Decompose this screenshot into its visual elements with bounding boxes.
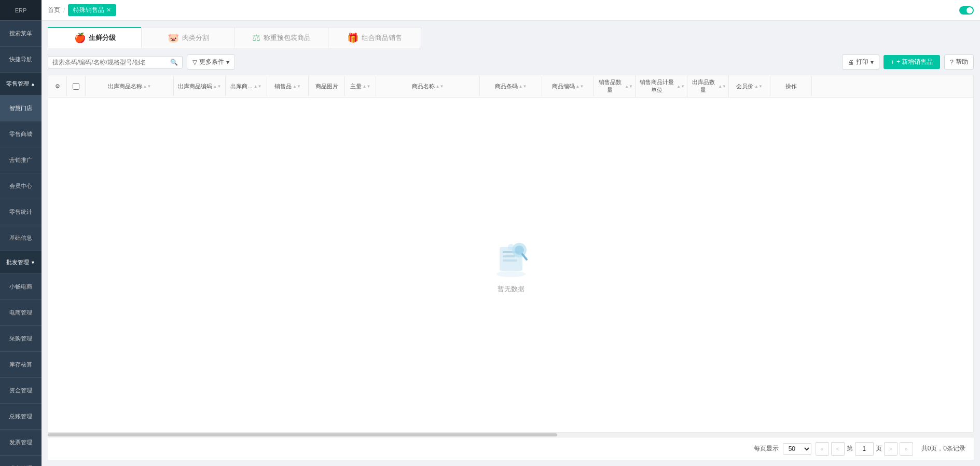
th-ops: 操作 (770, 76, 812, 96)
tab-fresh-grade[interactable]: 🍎 生鲜分级 (48, 27, 141, 48)
chevron-down-icon: ▾ (871, 59, 874, 66)
sort-icon[interactable]: ▲▼ (213, 84, 222, 89)
sidebar-item-label: 搜索菜单 (9, 30, 32, 37)
tab-meat-cut[interactable]: 🐷 肉类分割 (141, 27, 234, 48)
th-sku: 商品编码 ▲▼ (542, 76, 594, 96)
search-box[interactable]: 🔍 (48, 56, 183, 68)
breadcrumb: 首页 / 特殊销售品 ✕ (48, 4, 116, 16)
sidebar-item-gl[interactable]: 总账管理 (0, 404, 42, 430)
empty-text: 暂无数据 (498, 284, 524, 294)
sidebar-item-marketing[interactable]: 营销推广 (0, 147, 42, 173)
sidebar-section-label-text: 批发管理 (6, 258, 29, 266)
close-icon[interactable]: ✕ (106, 7, 111, 13)
breadcrumb-home[interactable]: 首页 (48, 6, 60, 15)
tab-scale-pkg[interactable]: ⚖ 称重预包装商品 (234, 27, 328, 48)
page-size-select[interactable]: 50 10 20 100 (783, 443, 811, 455)
sidebar-item-inventory[interactable]: 库存核算 (0, 352, 42, 378)
sidebar-item-invoice[interactable]: 发票管理 (0, 430, 42, 456)
sidebar-item-retail-mall[interactable]: 零售商城 (0, 121, 42, 147)
sidebar-item-ecom-mgmt[interactable]: 电商管理 (0, 300, 42, 326)
main-content: 首页 / 特殊销售品 ✕ 🍎 生鲜分级 🐷 肉类分割 ⚖ 称重预包装商品 (42, 0, 980, 466)
th-sale-unit: 销售商品计量单位 ▲▼ (636, 75, 687, 97)
help-button[interactable]: ? 帮助 (944, 54, 974, 70)
print-label: 打印 (856, 58, 868, 66)
scrollbar-thumb[interactable] (48, 433, 557, 436)
new-item-button[interactable]: + + 新增销售品 (884, 55, 940, 69)
question-icon: ? (950, 59, 954, 66)
sidebar-item-label: 资金管理 (9, 387, 32, 394)
sidebar-item-label: 基础信息 (9, 234, 32, 242)
settings-icon: ⚙ (55, 83, 60, 90)
sidebar-item-search-menu[interactable]: 搜索菜单 (0, 21, 42, 47)
toggle-switch[interactable] (959, 6, 974, 15)
sidebar-item-label: 采购管理 (9, 335, 32, 342)
sidebar-item-label: 零售统计 (9, 208, 32, 216)
filter-button[interactable]: ▽ 更多条件 ▾ (187, 54, 235, 70)
scale-icon: ⚖ (252, 32, 260, 44)
th-weight: 主量 ▲▼ (345, 76, 376, 96)
horizontal-scrollbar[interactable] (48, 433, 974, 437)
sidebar-item-purchase[interactable]: 采购管理 (0, 326, 42, 352)
th-name: 商品名称 ▲▼ (376, 76, 480, 96)
print-button[interactable]: 🖨 打印 ▾ (842, 54, 879, 70)
sidebar-item-mini-ecom[interactable]: 小畅电商 (0, 274, 42, 300)
page-label: 第 (847, 444, 853, 453)
svg-point-8 (508, 244, 514, 250)
sidebar-section-wholesale[interactable]: 批发管理 ▼ (0, 251, 42, 274)
sort-icon[interactable]: ▲▼ (254, 84, 262, 89)
tab-label: 称重预包装商品 (264, 33, 311, 43)
chevron-down-icon: ▲ (31, 81, 35, 87)
th-image: 商品图片 (309, 76, 345, 96)
sort-icon[interactable]: ▲▼ (363, 84, 371, 89)
sort-icon[interactable]: ▲▼ (625, 84, 633, 89)
page-navigation: « < 第 页 > » (816, 442, 913, 456)
tab-combo[interactable]: 🎁 组合商品销售 (328, 27, 421, 48)
toolbar: 🔍 ▽ 更多条件 ▾ 🖨 打印 ▾ + + 新增销售品 ? 帮 (48, 54, 974, 70)
pagination: 每页显示 50 10 20 100 « < 第 页 > » 共0页，0条记录 (48, 437, 974, 460)
sort-icon[interactable]: ▲▼ (754, 84, 763, 89)
select-all-checkbox[interactable] (73, 83, 79, 90)
prev-page-button[interactable]: < (831, 442, 845, 456)
table-header: ⚙ 出库商品名称 ▲▼ 出库商品编码 ▲▼ 出库商... ▲▼ (48, 75, 973, 98)
sort-icon[interactable]: ▲▼ (293, 84, 301, 89)
print-icon: 🖨 (848, 59, 854, 66)
sidebar-item-label: 电商管理 (9, 309, 32, 317)
sidebar-item-label: 营销推广 (9, 156, 32, 164)
sort-icon[interactable]: ▲▼ (143, 84, 151, 89)
page-number-input[interactable] (855, 442, 874, 456)
sidebar-item-quick-nav[interactable]: 快捷导航 (0, 47, 42, 73)
topbar-right (959, 6, 974, 15)
sidebar-item-member[interactable]: 会员中心 (0, 173, 42, 199)
th-sale-qty: 销售品数量 ▲▼ (594, 75, 636, 97)
svg-rect-3 (503, 255, 515, 257)
sidebar-item-finance[interactable]: 资金管理 (0, 378, 42, 404)
sidebar: ERP 搜索菜单 快捷导航 零售管理 ▲ 智慧门店 零售商城 营销推广 会员中心… (0, 0, 42, 466)
sidebar-item-retail-stats[interactable]: 零售统计 (0, 199, 42, 225)
sidebar-item-smart-store[interactable]: 智慧门店 (0, 95, 42, 121)
sidebar-item-tax[interactable]: 税务管理 (0, 456, 42, 466)
search-input[interactable] (52, 59, 170, 66)
next-page-button[interactable]: > (884, 442, 898, 456)
search-icon[interactable]: 🔍 (170, 59, 178, 66)
sort-icon[interactable]: ▲▼ (519, 84, 527, 89)
last-page-button[interactable]: » (900, 442, 913, 456)
th-sale-item: 销售品 ▲▼ (267, 76, 309, 96)
th-settings[interactable]: ⚙ (48, 76, 67, 96)
svg-point-0 (496, 271, 526, 277)
page-size-label: 每页显示 (754, 444, 779, 453)
first-page-button[interactable]: « (816, 442, 829, 456)
sidebar-item-label: 快捷导航 (9, 56, 32, 63)
page-content: 🍎 生鲜分级 🐷 肉类分割 ⚖ 称重预包装商品 🎁 组合商品销售 🔍 (42, 21, 980, 466)
sort-icon[interactable]: ▲▼ (718, 84, 726, 89)
sidebar-item-label: 零售商城 (9, 130, 32, 138)
th-out-code: 出库商品编码 ▲▼ (174, 76, 226, 96)
sidebar-item-label: 库存核算 (9, 361, 32, 368)
th-checkbox[interactable] (67, 76, 86, 96)
sort-icon[interactable]: ▲▼ (677, 84, 685, 89)
sort-icon[interactable]: ▲▼ (436, 84, 444, 89)
sort-icon[interactable]: ▲▼ (576, 84, 584, 89)
sidebar-item-basic-info[interactable]: 基础信息 (0, 225, 42, 251)
sidebar-item-label: 会员中心 (9, 182, 32, 190)
breadcrumb-current-tab[interactable]: 特殊销售品 ✕ (68, 4, 116, 16)
sidebar-section-retail[interactable]: 零售管理 ▲ (0, 73, 42, 95)
